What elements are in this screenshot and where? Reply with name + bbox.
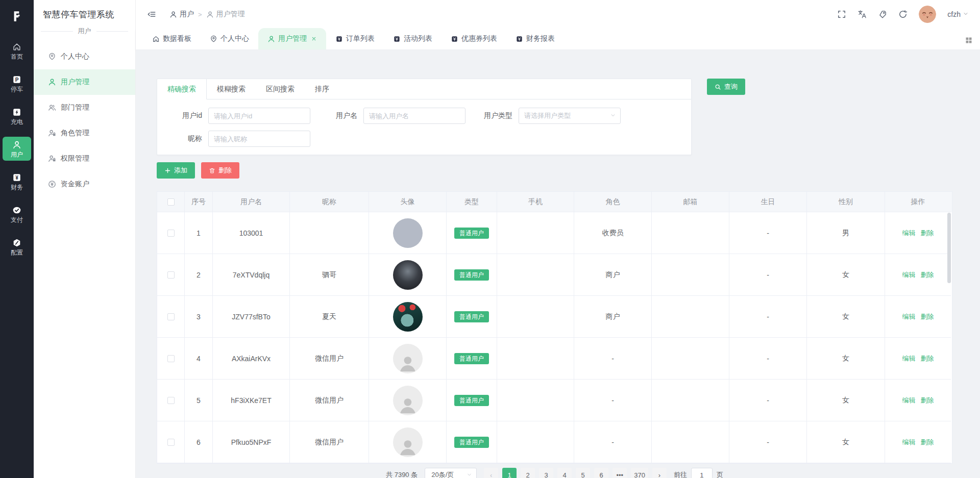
view-tab[interactable]: 优惠券列表 xyxy=(442,28,506,49)
table-scrollbar[interactable] xyxy=(947,213,951,462)
edit-link[interactable]: 编辑 xyxy=(902,270,916,280)
app-logo[interactable] xyxy=(0,0,34,33)
sidebar-item[interactable]: 个人中心 xyxy=(34,44,135,69)
chevron-down-icon xyxy=(963,10,969,18)
field-label: 用户id xyxy=(162,111,202,120)
page-button[interactable]: 2 xyxy=(521,468,535,478)
row-email xyxy=(652,380,729,421)
user-avatar[interactable] xyxy=(919,6,936,23)
delete-button[interactable]: 删除 xyxy=(201,162,239,179)
rail-item[interactable]: 充电 xyxy=(3,104,31,128)
page-button[interactable]: 1 xyxy=(502,468,517,478)
row-checkbox[interactable] xyxy=(167,397,175,404)
row-avatar xyxy=(393,427,423,457)
search-tab[interactable]: 排序 xyxy=(305,79,339,99)
edit-link[interactable]: 编辑 xyxy=(902,312,916,321)
goto-suffix: 页 xyxy=(717,470,723,478)
delete-link[interactable]: 删除 xyxy=(921,438,934,447)
rail-item[interactable]: 首页 xyxy=(3,39,31,63)
sidebar-item[interactable]: 权限管理 xyxy=(34,146,135,171)
row-index: 1 xyxy=(185,212,213,254)
user-type-badge: 普通用户 xyxy=(454,395,489,406)
chevron-down-icon xyxy=(610,112,616,120)
plus-icon xyxy=(164,167,171,174)
prev-page-button[interactable]: ‹ xyxy=(484,468,498,478)
field-input[interactable] xyxy=(208,108,310,124)
edit-link[interactable]: 编辑 xyxy=(902,354,916,363)
profile-pin-icon xyxy=(210,35,217,43)
page-button[interactable]: 4 xyxy=(557,468,572,478)
goto-label: 前往 xyxy=(674,470,687,478)
search-form: 用户id 请输入用户id xyxy=(157,99,691,154)
sidebar-item[interactable]: 部门管理 xyxy=(34,95,135,120)
select-all-checkbox[interactable] xyxy=(167,198,175,206)
query-button[interactable]: 查询 xyxy=(707,79,745,95)
rail-item[interactable]: 用户 xyxy=(3,137,31,161)
field-input[interactable] xyxy=(208,131,310,147)
grid-layout-icon[interactable] xyxy=(965,36,973,44)
row-checkbox[interactable] xyxy=(167,439,175,446)
table-row: 4 AXkaiArKVx 微信用户 普通用户 - - 女 编辑 xyxy=(157,338,952,380)
edit-link[interactable]: 编辑 xyxy=(902,396,916,405)
field-input[interactable] xyxy=(363,108,465,124)
page-size-select[interactable]: 20条/页 xyxy=(425,468,477,478)
view-tab[interactable]: 活动列表 xyxy=(384,28,442,49)
settings-icon xyxy=(12,238,21,247)
role-lock-icon xyxy=(48,129,56,137)
row-checkbox[interactable] xyxy=(167,271,175,279)
close-tab-icon[interactable] xyxy=(311,36,317,42)
row-index: 2 xyxy=(185,254,213,296)
goto-page-input[interactable] xyxy=(691,468,713,478)
scrollbar-thumb[interactable] xyxy=(947,213,951,283)
primary-rail: 首页 P 停车 充电 用户 ¥ 财务 xyxy=(0,0,34,478)
search-tab[interactable]: 精确搜索 xyxy=(157,79,207,99)
rail-item[interactable]: 支付 xyxy=(3,202,31,226)
view-tab[interactable]: 财务报表 xyxy=(506,28,564,49)
field-select[interactable]: 请选择用户类型 xyxy=(519,108,621,124)
collapse-sidebar-icon[interactable] xyxy=(147,10,156,19)
row-checkbox[interactable] xyxy=(167,355,175,362)
page-button[interactable]: 5 xyxy=(576,468,590,478)
search-tab-label: 区间搜索 xyxy=(266,85,295,93)
view-tab[interactable]: 个人中心 xyxy=(201,28,258,49)
rail-item[interactable]: P 停车 xyxy=(3,71,31,95)
edit-link[interactable]: 编辑 xyxy=(902,438,916,447)
row-index: 5 xyxy=(185,380,213,421)
svg-text:¥: ¥ xyxy=(15,175,18,181)
view-tab[interactable]: 用户管理 xyxy=(258,28,326,49)
page-button[interactable]: 3 xyxy=(539,468,553,478)
row-username: 7eXTVdqljq xyxy=(213,254,290,296)
page-button[interactable]: 370 xyxy=(631,468,648,478)
column-header: 用户名 xyxy=(213,192,290,212)
search-icon xyxy=(715,84,721,90)
view-tab[interactable]: 订单列表 xyxy=(326,28,384,49)
sidebar-item[interactable]: 资金账户 xyxy=(34,171,135,197)
refresh-icon[interactable] xyxy=(898,10,908,19)
fullscreen-icon[interactable] xyxy=(837,10,846,19)
tags-icon[interactable] xyxy=(878,10,887,19)
row-checkbox[interactable] xyxy=(167,313,175,320)
delete-link[interactable]: 删除 xyxy=(921,229,934,238)
search-tab[interactable]: 模糊搜索 xyxy=(207,79,256,99)
search-tab[interactable]: 区间搜索 xyxy=(256,79,305,99)
delete-link[interactable]: 删除 xyxy=(921,270,934,280)
delete-link[interactable]: 删除 xyxy=(921,354,934,363)
sidebar-item[interactable]: 用户管理 xyxy=(34,69,135,95)
rail-item[interactable]: ¥ 财务 xyxy=(3,169,31,193)
row-checkbox[interactable] xyxy=(167,230,175,237)
user-menu[interactable]: cfzh xyxy=(947,10,969,18)
next-page-button[interactable]: › xyxy=(652,468,667,478)
delete-link[interactable]: 删除 xyxy=(921,396,934,405)
page-button[interactable]: 6 xyxy=(594,468,608,478)
page-button[interactable]: ••• xyxy=(612,468,627,478)
add-button[interactable]: 添加 xyxy=(157,162,195,179)
rail-item-label: 财务 xyxy=(11,184,23,190)
sidebar-item[interactable]: 角色管理 xyxy=(34,120,135,146)
view-tab[interactable]: 数据看板 xyxy=(143,28,201,49)
delete-link[interactable]: 删除 xyxy=(921,312,934,321)
field-label: 用户类型 xyxy=(473,111,512,120)
translate-icon[interactable] xyxy=(857,10,867,19)
rail-item[interactable]: 配置 xyxy=(3,235,31,259)
column-header: 昵称 xyxy=(290,192,369,212)
edit-link[interactable]: 编辑 xyxy=(902,229,916,238)
